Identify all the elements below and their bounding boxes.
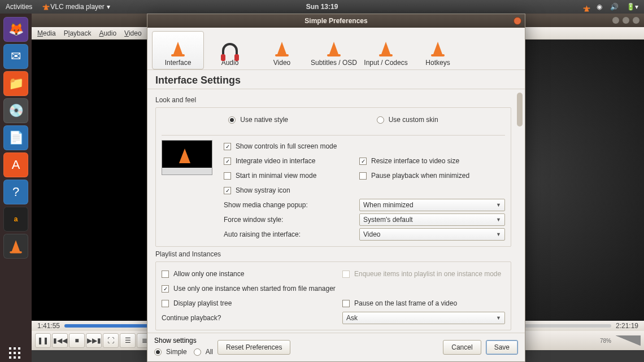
chk-pause-minimized[interactable] bbox=[359, 172, 367, 180]
unity-launcher: 🦊 ✉ 📁 💿 📄 A ? a bbox=[0, 14, 32, 362]
stop-button[interactable]: ■ bbox=[69, 333, 85, 348]
chevron-down-icon: ▼ bbox=[496, 232, 501, 237]
button-label: Save bbox=[494, 343, 510, 351]
preferences-dialog: Simple Preferences Interface Audio Video… bbox=[147, 14, 525, 362]
tab-hotkeys[interactable]: Hotkeys bbox=[412, 31, 464, 69]
radio-custom-skin[interactable] bbox=[377, 116, 384, 124]
pause-button[interactable]: ❚❚ bbox=[35, 333, 51, 348]
chk-minimal-view[interactable] bbox=[224, 172, 231, 180]
menu-video[interactable]: Video bbox=[124, 29, 141, 37]
group-playlist-label: Playlist and Instances bbox=[155, 250, 511, 258]
launcher-software[interactable]: A bbox=[3, 152, 28, 177]
chk-controls-fullscreen[interactable] bbox=[224, 143, 231, 150]
label: Enqueue items into playlist in one insta… bbox=[354, 270, 501, 278]
time-total[interactable]: 2:21:19 bbox=[616, 322, 638, 330]
chk-enqueue-one-instance bbox=[342, 271, 350, 278]
chk-allow-one-instance[interactable] bbox=[162, 271, 169, 278]
chk-integrate-video[interactable] bbox=[224, 158, 231, 165]
next-button[interactable]: ▶▶▮ bbox=[86, 333, 102, 348]
select-value: Video bbox=[363, 230, 380, 238]
wifi-icon[interactable]: ◉ bbox=[597, 3, 602, 11]
launcher-vlc[interactable] bbox=[3, 234, 28, 259]
chk-systray[interactable] bbox=[224, 187, 231, 194]
tab-video[interactable]: Video bbox=[256, 31, 308, 69]
cone-icon bbox=[430, 41, 446, 56]
menu-audio[interactable]: Audio bbox=[99, 29, 116, 37]
select-media-popup[interactable]: When minimized▼ bbox=[359, 199, 505, 211]
cone-icon bbox=[378, 41, 394, 56]
chk-playlist-tree[interactable] bbox=[162, 300, 169, 307]
activities[interactable]: Activities bbox=[6, 3, 32, 11]
app-menu[interactable]: VLC media player ▾ bbox=[40, 3, 110, 11]
select-force-style[interactable]: System's default▼ bbox=[359, 213, 505, 226]
time-elapsed[interactable]: 1:41:55 bbox=[37, 322, 60, 330]
button-label: Reset Preferences bbox=[226, 343, 282, 351]
chk-pause-last-frame[interactable] bbox=[342, 300, 350, 307]
close-icon[interactable] bbox=[514, 17, 521, 25]
label: Simple bbox=[166, 348, 187, 356]
max-icon[interactable] bbox=[623, 17, 629, 24]
group-look-label: Look and feel bbox=[155, 96, 511, 104]
show-apps-icon[interactable] bbox=[9, 347, 20, 359]
skin-preview bbox=[162, 140, 212, 175]
tab-interface[interactable]: Interface bbox=[152, 31, 204, 69]
cone-icon bbox=[326, 41, 342, 56]
cancel-button[interactable]: Cancel bbox=[443, 340, 481, 355]
close-icon[interactable] bbox=[633, 17, 639, 24]
label: Use only one instance when started from … bbox=[173, 285, 336, 293]
launcher-rhythmbox[interactable]: 💿 bbox=[3, 98, 28, 123]
prev-button[interactable]: ▮◀◀ bbox=[52, 333, 68, 348]
label: Resize interface to video size bbox=[371, 157, 459, 165]
dialog-titlebar[interactable]: Simple Preferences bbox=[147, 14, 525, 28]
group-look: Use native style Use custom skin Show co… bbox=[155, 107, 511, 247]
radio-simple[interactable] bbox=[154, 348, 162, 356]
label: All bbox=[206, 348, 213, 356]
label: Pause on the last frame of a video bbox=[354, 299, 457, 307]
tray-vlc-icon[interactable] bbox=[583, 5, 587, 9]
cone-icon bbox=[274, 41, 290, 56]
tab-label: Video bbox=[273, 59, 290, 67]
menu-media[interactable]: MMediaedia bbox=[37, 29, 56, 37]
tab-input-codecs[interactable]: Input / Codecs bbox=[360, 31, 412, 69]
fullscreen-button[interactable]: ⛶ bbox=[103, 333, 119, 348]
chk-one-instance-fm[interactable] bbox=[162, 285, 169, 293]
radio-native-style[interactable] bbox=[228, 116, 236, 124]
tab-label: Interface bbox=[165, 59, 192, 67]
radio-all[interactable] bbox=[194, 348, 201, 356]
chk-resize-interface[interactable] bbox=[359, 158, 367, 165]
label: Use native style bbox=[240, 116, 288, 124]
min-icon[interactable] bbox=[612, 17, 619, 24]
launcher-files[interactable]: 📁 bbox=[3, 71, 28, 96]
tab-audio[interactable]: Audio bbox=[204, 31, 256, 69]
label: Pause playback when minimized bbox=[371, 172, 469, 180]
launcher-thunderbird[interactable]: ✉ bbox=[3, 44, 28, 69]
tab-label: Subtitles / OSD bbox=[311, 59, 357, 67]
show-settings-label: Show settings bbox=[154, 337, 213, 344]
cone-icon bbox=[170, 41, 186, 56]
label: Show controls in full screen mode bbox=[236, 142, 337, 150]
menu-playback[interactable]: Playback bbox=[64, 29, 92, 37]
scrollbar[interactable] bbox=[517, 93, 523, 329]
dialog-title: Simple Preferences bbox=[304, 17, 367, 25]
battery-icon[interactable]: 🔋▾ bbox=[626, 3, 638, 11]
volume-slider[interactable] bbox=[616, 335, 641, 346]
select-auto-raise[interactable]: Video▼ bbox=[359, 228, 505, 241]
save-button[interactable]: Save bbox=[486, 340, 518, 355]
ext-settings-button[interactable]: ☰ bbox=[120, 333, 136, 348]
reset-button[interactable]: Reset Preferences bbox=[217, 340, 290, 355]
launcher-amazon[interactable]: a bbox=[3, 207, 28, 232]
select-continue-playback[interactable]: Ask▼ bbox=[342, 312, 505, 324]
chevron-down-icon: ▼ bbox=[496, 217, 501, 223]
tab-subtitles[interactable]: Subtitles / OSD bbox=[308, 31, 360, 69]
scrollbar-thumb[interactable] bbox=[517, 93, 523, 127]
clock[interactable]: Sun 13:19 bbox=[306, 3, 338, 11]
gnome-topbar: Activities VLC media player ▾ Sun 13:19 … bbox=[0, 0, 644, 14]
label: Start in minimal view mode bbox=[236, 172, 316, 180]
launcher-help[interactable]: ? bbox=[3, 180, 28, 204]
vlc-cone-icon bbox=[8, 239, 23, 253]
launcher-firefox[interactable]: 🦊 bbox=[3, 17, 28, 42]
section-heading: Interface Settings bbox=[147, 70, 525, 89]
chevron-down-icon: ▼ bbox=[496, 315, 501, 321]
volume-icon[interactable]: 🔊 bbox=[610, 3, 619, 11]
launcher-writer[interactable]: 📄 bbox=[3, 125, 28, 150]
